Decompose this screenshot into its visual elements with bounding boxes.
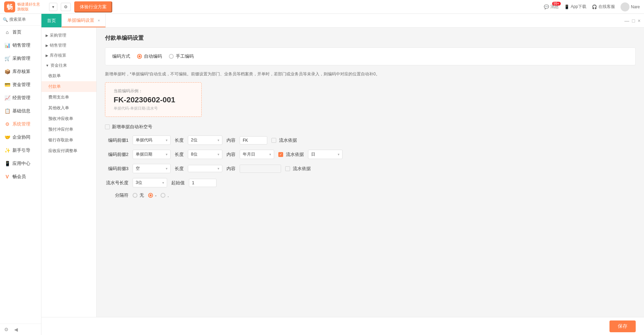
code-preview-value: FK-20230602-001 bbox=[114, 95, 193, 104]
prefix2-length-select[interactable]: 8位 ▾ bbox=[188, 150, 222, 159]
sec-item-other-income[interactable]: 其他收入单 bbox=[41, 103, 96, 113]
prefix3-length-arrow-icon: ▾ bbox=[218, 167, 219, 170]
prefix3-serial-checkbox[interactable] bbox=[285, 166, 290, 171]
dropdown-btn[interactable]: ▾ bbox=[49, 3, 57, 11]
prefix1-length-label: 长度 bbox=[175, 137, 184, 143]
sidebar-item-finance[interactable]: 💳 资金管理 bbox=[0, 78, 41, 91]
sales-icon: 📊 bbox=[4, 42, 10, 48]
prefix2-serial-label: 流水依据 bbox=[286, 151, 304, 158]
experience-btn[interactable]: 体验行业方案 bbox=[74, 1, 112, 12]
auto-fill-checkbox[interactable] bbox=[105, 124, 110, 129]
sec-item-bank[interactable]: 银行存取款单 bbox=[41, 135, 96, 146]
tab-close-all-icon[interactable]: × bbox=[638, 18, 641, 24]
page-main: 付款单编码设置 编码方式 自动编码 手工编码 bbox=[97, 28, 644, 317]
chevron-icon: ▶ bbox=[46, 34, 48, 37]
user-avatar[interactable]: Nare bbox=[621, 2, 640, 11]
sidebar-item-coop[interactable]: 🤝 企业协同 bbox=[0, 131, 41, 144]
sidebar-item-member[interactable]: V 畅会员 bbox=[0, 170, 41, 183]
sidebar: 🔍 搜索菜单 ⌂ 首页 📊 销售管理 🛒 采购管理 📦 库存核算 💳 资金管理 … bbox=[0, 14, 41, 335]
prefix2-label: 编码前缀2 bbox=[105, 151, 128, 158]
tab-restore-icon[interactable]: □ bbox=[632, 18, 635, 24]
prefix3-content-input[interactable] bbox=[240, 165, 281, 173]
prefix1-serial-checkbox[interactable] bbox=[271, 138, 276, 143]
prefix2-select[interactable]: 单据日期 ▾ bbox=[133, 150, 171, 159]
sidebar-item-sys[interactable]: ⚙ 系统管理 bbox=[0, 118, 41, 131]
collapse-icon[interactable]: ◀ bbox=[14, 327, 18, 332]
sec-item-payment[interactable]: 付款单 bbox=[41, 81, 96, 92]
purchase-icon: 🛒 bbox=[4, 55, 10, 62]
message-btn[interactable]: 💬 消息 99+ bbox=[544, 4, 559, 10]
sep-dot-radio[interactable]: . bbox=[161, 193, 169, 198]
message-icon: 💬 bbox=[544, 4, 549, 9]
encoding-method-section: 编码方式 自动编码 手工编码 bbox=[105, 47, 636, 65]
auto-encoding-radio[interactable]: 自动编码 bbox=[137, 53, 162, 59]
sec-item-prepay-payable[interactable]: 预付冲应付单 bbox=[41, 124, 96, 135]
search-menu[interactable]: 🔍 搜索菜单 bbox=[0, 14, 41, 26]
sec-group-capital[interactable]: ▼ 资金往来 bbox=[41, 61, 96, 71]
prefix2-length-label: 长度 bbox=[175, 151, 184, 158]
sidebar-item-appstore[interactable]: 📱 应用中心 bbox=[0, 157, 41, 170]
tabs-right-controls: — □ × bbox=[621, 14, 644, 27]
code-preview-desc: 单据代码-单据日期-流水号 bbox=[114, 106, 193, 111]
start-value-input[interactable] bbox=[189, 179, 217, 187]
sep-dash-radio-btn[interactable] bbox=[148, 193, 153, 198]
sec-item-adjust[interactable]: 应收应付调整单 bbox=[41, 146, 96, 156]
sidebar-item-guide[interactable]: ✨ 新手引导 bbox=[0, 144, 41, 157]
auto-radio-btn[interactable] bbox=[137, 54, 142, 59]
prefix1-content-input[interactable] bbox=[240, 136, 267, 145]
prefix3-length-label: 长度 bbox=[175, 166, 184, 172]
sec-group-sales[interactable]: ▶ 销售管理 bbox=[41, 40, 96, 50]
tab-minimize-icon[interactable]: — bbox=[624, 18, 629, 24]
sep-dash-radio[interactable]: - bbox=[148, 193, 156, 198]
tab-encoding-settings[interactable]: 单据编码设置 × bbox=[62, 14, 106, 27]
topbar: 畅 畅捷通好生意 旗舰版 ▾ ⚙ 体验行业方案 💬 消息 99+ 📱 App下载… bbox=[0, 0, 644, 14]
sidebar-item-ops[interactable]: 📈 经营管理 bbox=[0, 91, 41, 104]
code-preview-label: 当前编码示例： bbox=[114, 88, 193, 94]
sidebar-item-home[interactable]: ⌂ 首页 bbox=[0, 26, 41, 39]
prefix3-serial-label: 流水依据 bbox=[293, 166, 311, 172]
prefix2-serial-checkbox[interactable]: ✓ bbox=[278, 152, 283, 157]
serial-length-arrow-icon: ▾ bbox=[162, 181, 164, 185]
sec-group-purchase[interactable]: ▶ 采购管理 bbox=[41, 30, 96, 40]
finance-icon: 💳 bbox=[4, 82, 10, 88]
encoding-method-row: 编码方式 自动编码 手工编码 bbox=[112, 53, 628, 59]
service-icon: 🎧 bbox=[592, 4, 597, 9]
main-layout: 🔍 搜索菜单 ⌂ 首页 📊 销售管理 🛒 采购管理 📦 库存核算 💳 资金管理 … bbox=[0, 14, 644, 335]
separator-row: 分隔符 无 - . bbox=[105, 192, 636, 198]
sep-none-radio-btn[interactable] bbox=[133, 193, 137, 198]
sec-item-receipt[interactable]: 收款单 bbox=[41, 71, 96, 81]
prefix1-row: 编码前缀1 单据代码 ▾ 长度 2位 ▾ 内容 流水依据 bbox=[105, 136, 636, 145]
sec-item-expense[interactable]: 费用支出单 bbox=[41, 92, 96, 103]
tab-close-icon[interactable]: × bbox=[98, 18, 100, 22]
prefix1-length-select[interactable]: 2位 ▾ bbox=[188, 136, 222, 145]
sep-none-radio[interactable]: 无 bbox=[133, 192, 144, 198]
sec-group-inventory[interactable]: ▶ 库存核算 bbox=[41, 50, 96, 61]
save-button[interactable]: 保存 bbox=[609, 320, 636, 332]
tabs-bar: 首页 单据编码设置 × — □ × bbox=[41, 14, 644, 28]
manual-encoding-radio[interactable]: 手工编码 bbox=[169, 53, 194, 59]
prefix3-select[interactable]: 空 ▾ bbox=[133, 164, 171, 173]
app-download-btn[interactable]: 📱 App下载 bbox=[564, 4, 586, 10]
sidebar-item-base[interactable]: 📋 基础信息 bbox=[0, 104, 41, 118]
sec-item-prepay-receivable[interactable]: 预收冲应收单 bbox=[41, 113, 96, 124]
sidebar-item-purchase[interactable]: 🛒 采购管理 bbox=[0, 52, 41, 65]
prefix2-content-select[interactable]: 年月日 ▾ bbox=[240, 150, 274, 159]
settings-bottom-icon[interactable]: ⚙ bbox=[4, 327, 9, 332]
prefix2-row: 编码前缀2 单据日期 ▾ 长度 8位 ▾ 内容 年月日 ▾ bbox=[105, 150, 636, 159]
manual-radio-btn[interactable] bbox=[169, 54, 174, 59]
prefix3-length-select[interactable]: ▾ bbox=[188, 165, 222, 172]
sep-dot-radio-btn[interactable] bbox=[161, 193, 165, 198]
ops-icon: 📈 bbox=[4, 95, 10, 101]
settings-btn[interactable]: ⚙ bbox=[61, 3, 71, 11]
prefix2-period-select[interactable]: 日 ▾ bbox=[308, 150, 343, 159]
service-btn[interactable]: 🎧 在线客服 bbox=[592, 4, 615, 10]
tab-home[interactable]: 首页 bbox=[41, 14, 62, 27]
encoding-method-label: 编码方式 bbox=[112, 53, 130, 59]
prefix3-content-label: 内容 bbox=[227, 166, 236, 172]
serial-length-row: 流水号长度 3位 ▾ 起始值 bbox=[105, 178, 636, 187]
prefix2-serial-group: ✓ 流水依据 bbox=[278, 151, 304, 158]
sidebar-item-sales[interactable]: 📊 销售管理 bbox=[0, 39, 41, 52]
sidebar-item-inventory[interactable]: 📦 库存核算 bbox=[0, 65, 41, 78]
serial-length-select[interactable]: 3位 ▾ bbox=[133, 178, 167, 187]
prefix1-select[interactable]: 单据代码 ▾ bbox=[133, 136, 171, 145]
